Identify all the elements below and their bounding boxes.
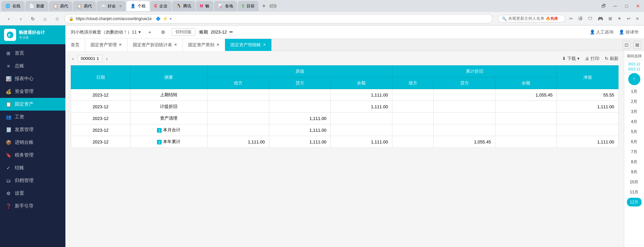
period-month-1[interactable]: 1月 <box>627 87 642 96</box>
close-browser-btn[interactable]: ✕ <box>633 1 643 11</box>
game-icon[interactable]: 🎮 <box>596 15 604 22</box>
period-month-12[interactable]: 12月 <box>627 198 642 206</box>
page-tab-fixed-mgmt[interactable]: 固定资产管理 ✕ <box>85 39 127 51</box>
undo-icon[interactable]: ↩ <box>626 15 632 22</box>
company-selector[interactable]: 刘小艳演示账套（勿删勿动！）11 ▾ <box>71 29 141 35</box>
add-account-btn[interactable]: + <box>145 27 154 37</box>
shield-icon[interactable]: 🛡 <box>587 15 594 22</box>
forward-btn[interactable]: › <box>16 14 25 23</box>
sidebar-item-sales[interactable]: 📦 进销台账 <box>0 136 65 149</box>
cell-dep-balance: 1,055.45 <box>495 89 557 101</box>
cell-date: 2023-12 <box>71 136 130 148</box>
translate-icon[interactable]: 译 <box>577 15 584 22</box>
period-date-2[interactable]: 2023.12 <box>627 67 641 72</box>
period-month-9[interactable]: 9月 <box>627 168 642 176</box>
period-month-7[interactable]: 7月 <box>627 147 642 156</box>
user-avatar: 👤 徐译华 <box>619 29 639 35</box>
page-tab-close-fixed-mgmt[interactable]: ✕ <box>119 43 122 47</box>
period-month-6[interactable]: 6月 <box>627 137 642 146</box>
sidebar-item-guide[interactable]: ❓ 新手引导 <box>0 200 65 212</box>
sidebar-item-home[interactable]: ⊞ 首页 <box>0 47 65 60</box>
sidebar-item-tax[interactable]: 🔖 税务管理 <box>0 149 65 162</box>
period-month-3[interactable]: 3月 <box>627 107 642 116</box>
switch-version-btn[interactable]: 切到旧版 <box>172 28 195 36</box>
browser-tab-geshui[interactable]: 👤 个税 <box>126 1 150 11</box>
browser-tab-tencent[interactable]: 🐧 腾讯 <box>172 1 195 11</box>
period-month-2[interactable]: 2月 <box>627 97 642 106</box>
restore-btn[interactable]: 🗗 <box>599 1 608 11</box>
browser-tab-chang[interactable]: M 畅 <box>196 1 213 11</box>
period-date-1[interactable]: 2023.12 <box>627 62 641 67</box>
bookmark-btn[interactable]: ☆ <box>52 14 62 23</box>
page-tab-category-label: 固定资产类别 <box>188 42 214 48</box>
page-tab-home[interactable]: 首页 <box>65 39 85 51</box>
sidebar-item-salary[interactable]: 👥 工资 <box>0 111 65 123</box>
browser-tab-yidai2[interactable]: 📋 易代 <box>73 1 96 11</box>
refresh-browser-btn[interactable]: ↻ <box>28 14 38 23</box>
period-month-5[interactable]: 5月 <box>627 127 642 136</box>
tab-close-haohui[interactable]: ✕ <box>119 4 122 8</box>
page-tab-category[interactable]: 固定资产类别 ✕ <box>183 39 225 51</box>
new-tab-button[interactable]: + <box>259 1 269 11</box>
period-month-8[interactable]: 8月 <box>627 158 642 166</box>
sales-menu-icon: 📦 <box>5 140 11 145</box>
sidebar-item-archive[interactable]: 🗂 归档管理 <box>0 174 65 187</box>
back-btn[interactable]: ‹ <box>4 14 13 23</box>
download-btn[interactable]: ⬇ 下载 ▾ <box>562 56 580 62</box>
sidebar-item-closing[interactable]: ✓ 结账 <box>0 162 65 174</box>
browser-tab-gedi[interactable]: 📊 各地 <box>214 1 237 11</box>
browser-tab-muqian[interactable]: S 目前 <box>238 1 259 11</box>
cell-dep-credit <box>434 124 495 136</box>
sidebar-item-reports-label: 报表中心 <box>15 76 34 82</box>
scissors-icon[interactable]: ✂ <box>568 15 574 22</box>
period-month-10[interactable]: 10月 <box>627 178 642 186</box>
home-btn[interactable]: ⌂ <box>40 14 50 23</box>
col-dep-debit: 借方 <box>392 77 434 89</box>
page-tab-close-category[interactable]: ✕ <box>216 43 219 47</box>
browser-tab-yidai1[interactable]: 📋 易代 <box>49 1 72 11</box>
browser-tab-zaixin[interactable]: 🌐 在线 <box>1 1 24 11</box>
page-tab-close-detail[interactable]: ✕ <box>263 43 266 47</box>
cell-dep-credit: 1,055.45 <box>434 136 495 148</box>
browser-tab-xinjian[interactable]: 📄 新建 <box>25 1 48 11</box>
tab-collapse-btn[interactable]: ⊡ <box>623 41 631 49</box>
period-month-11[interactable]: 11月 <box>627 188 642 196</box>
cell-dep-balance <box>495 124 557 136</box>
ledger-content: ‹ 000001 1 › ⬇ 下载 ▾ <box>65 51 624 247</box>
prev-page-btn[interactable]: ‹ <box>71 55 75 62</box>
next-page-btn[interactable]: › <box>105 55 109 62</box>
sidebar-item-fixed-assets[interactable]: 📋 固定资产 <box>0 98 65 111</box>
tab-icon: 🌐 <box>5 4 10 8</box>
help-btn[interactable]: 👤 人工咨询 <box>590 29 614 35</box>
period-edit-icon[interactable]: ✏ <box>229 29 233 35</box>
period-label: 账期 <box>199 29 208 35</box>
menu-icon[interactable]: ≡ <box>635 15 640 22</box>
page-tab-close-dep-stats[interactable]: ✕ <box>174 43 177 47</box>
year-sum-icon: ∑ <box>157 140 162 144</box>
sidebar-item-ledger[interactable]: ≡ 总账 <box>0 60 65 72</box>
scroll-top-btn[interactable]: ↑ <box>628 73 640 85</box>
brightness-icon[interactable]: ☀ <box>616 15 623 22</box>
grid-icon[interactable]: ⊞ <box>607 15 613 22</box>
sidebar-logo: e 畅捷通好会计 专业版 <box>0 25 65 44</box>
logo-title: 畅捷通好会计 <box>19 30 45 35</box>
tab-expand-btn[interactable]: ⊠ <box>633 41 641 49</box>
period-month-4[interactable]: 4月 <box>627 117 642 126</box>
topbar-right: 👤 人工咨询 👤 徐译华 <box>590 29 639 35</box>
sidebar-item-settings[interactable]: ⚙ 设置 <box>0 187 65 200</box>
browser-tab-qiye[interactable]: C 企业 <box>150 1 171 11</box>
browser-tab-haohui[interactable]: ☁️ 好会 ✕ <box>97 1 126 11</box>
sidebar-item-invoice[interactable]: 🧾 发票管理 <box>0 123 65 136</box>
maximize-btn[interactable]: □ <box>622 1 631 11</box>
page-num: 1 <box>97 56 99 61</box>
refresh-ledger-btn[interactable]: ↻ 刷新 <box>605 56 619 62</box>
settings-topbar-btn[interactable]: ⚙ <box>158 27 168 37</box>
minimize-btn[interactable]: ─ <box>610 1 620 11</box>
page-tab-depreciation-stats[interactable]: 固定资产折旧统计表 ✕ <box>127 39 183 51</box>
page-input-value[interactable]: 000001 <box>81 56 95 61</box>
page-tab-detail-ledger[interactable]: 固定资产明细账 ✕ <box>225 39 272 51</box>
print-btn[interactable]: 🖨 打印 <box>585 56 599 62</box>
sidebar-item-reports[interactable]: 📊 报表中心 <box>0 72 65 85</box>
sidebar-item-funds[interactable]: 💰 资金管理 <box>0 85 65 98</box>
url-bar[interactable]: 🔒 https://cloud.chanjet.com/accounting/u… <box>64 14 493 23</box>
